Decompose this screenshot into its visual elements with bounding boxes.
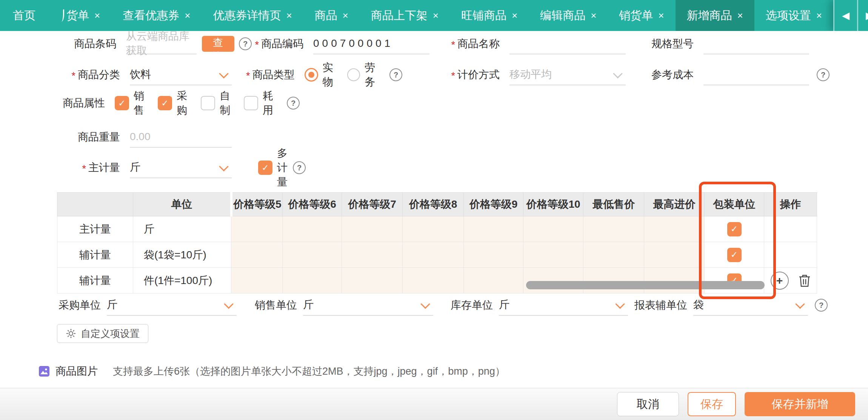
close-icon[interactable]: × xyxy=(591,10,596,22)
price-cell[interactable] xyxy=(464,242,523,268)
required-mark: * xyxy=(451,39,455,51)
checkbox-selfmade[interactable] xyxy=(201,96,215,110)
barcode-input[interactable]: 从云端商品库获取 xyxy=(126,33,197,54)
report-unit-select[interactable]: 袋 xyxy=(693,295,808,316)
tab-view-coupons[interactable]: 查看优惠券 × xyxy=(111,0,202,31)
table-row: 辅计量 件(1件=100斤) ✓ + xyxy=(57,268,817,293)
purchase-unit-label: 采购单位 xyxy=(58,298,101,312)
radio-physical-selected[interactable] xyxy=(305,68,318,82)
tab-home[interactable]: 首页 xyxy=(0,0,48,31)
tab-shop-products[interactable]: 旺铺商品 × xyxy=(450,0,529,31)
close-icon[interactable]: × xyxy=(737,10,743,22)
main-unit-select[interactable]: 斤 xyxy=(130,157,232,178)
price-cell[interactable] xyxy=(342,216,403,242)
price-cell[interactable] xyxy=(464,216,523,242)
tab-label: 选项设置 xyxy=(766,8,811,23)
sale-unit-select[interactable]: 斤 xyxy=(303,295,433,316)
type-help-icon[interactable]: ? xyxy=(389,68,402,81)
report-unit-help-icon[interactable]: ? xyxy=(815,299,828,312)
price-cell[interactable] xyxy=(403,216,464,242)
checkbox-multi-unit-checked[interactable]: ✓ xyxy=(258,161,272,175)
code-input[interactable]: 000700001 xyxy=(313,33,429,54)
price-cell[interactable] xyxy=(283,268,342,293)
tab-order-form[interactable]: 货单 × xyxy=(48,0,111,31)
query-button[interactable]: 查询 xyxy=(202,36,234,52)
multi-unit-help-icon[interactable]: ? xyxy=(293,161,306,174)
attrs-label: 商品属性 xyxy=(63,96,105,110)
checkbox-package-checked[interactable]: ✓ xyxy=(727,222,742,236)
price-cell[interactable] xyxy=(644,242,705,268)
name-input[interactable] xyxy=(509,33,626,54)
close-icon[interactable]: × xyxy=(343,10,348,22)
price-cell[interactable] xyxy=(342,242,403,268)
price-cell[interactable] xyxy=(644,216,705,242)
actions-cell xyxy=(764,216,817,242)
price-cell[interactable] xyxy=(523,216,583,242)
price-cell[interactable] xyxy=(583,242,644,268)
price-cell[interactable] xyxy=(403,268,464,293)
tab-label: 旺铺商品 xyxy=(461,8,506,23)
header-price-level-10: 价格等级10 xyxy=(523,193,583,216)
tab-label: 商品上下架 xyxy=(371,8,428,23)
price-cell[interactable] xyxy=(523,242,583,268)
cancel-button[interactable]: 取消 xyxy=(617,392,679,416)
close-icon[interactable]: × xyxy=(433,10,439,22)
tab-option-settings[interactable]: 选项设置 × xyxy=(754,0,833,31)
ref-cost-input[interactable] xyxy=(703,64,809,85)
price-cell[interactable] xyxy=(644,268,705,293)
radio-service[interactable] xyxy=(347,68,360,81)
main-unit-label: *主计量 xyxy=(63,161,120,175)
weight-input[interactable]: 0.00 xyxy=(130,127,232,148)
price-cell[interactable] xyxy=(231,268,283,293)
weight-placeholder: 0.00 xyxy=(130,131,151,143)
checkbox-package-checked[interactable]: ✓ xyxy=(727,248,742,262)
add-row-icon[interactable]: + xyxy=(771,272,789,290)
tab-add-product-active[interactable]: 新增商品 × xyxy=(676,0,754,31)
save-and-new-button[interactable]: 保存并新增 xyxy=(745,392,855,416)
table-horizontal-scrollbar[interactable] xyxy=(526,281,765,289)
tab-coupon-detail[interactable]: 优惠券详情页 × xyxy=(202,0,303,31)
category-select[interactable]: 饮料 xyxy=(130,64,232,85)
price-cell[interactable] xyxy=(283,216,342,242)
checkbox-consume[interactable] xyxy=(244,96,258,110)
checkbox-sale-checked[interactable]: ✓ xyxy=(115,96,129,110)
price-cell[interactable] xyxy=(523,268,583,293)
close-icon[interactable]: × xyxy=(185,10,190,22)
tab-edit-product[interactable]: 编辑商品 × xyxy=(529,0,608,31)
save-button[interactable]: 保存 xyxy=(688,392,736,416)
tab-sales-order[interactable]: 销货单 × xyxy=(608,0,675,31)
checkbox-purchase-checked[interactable]: ✓ xyxy=(158,96,172,110)
check-icon: ✓ xyxy=(262,164,269,172)
close-icon[interactable]: × xyxy=(94,10,100,22)
trash-icon[interactable] xyxy=(799,274,811,287)
price-cell[interactable] xyxy=(583,268,644,293)
stock-unit-select[interactable]: 斤 xyxy=(499,295,628,316)
code-value: 000700001 xyxy=(313,37,393,49)
tab-product-shelf[interactable]: 商品上下架 × xyxy=(360,0,450,31)
ref-cost-help-icon[interactable]: ? xyxy=(817,68,830,81)
close-icon[interactable]: × xyxy=(512,10,517,22)
code-label: *商品编码 xyxy=(246,37,303,51)
purchase-unit-select[interactable]: 斤 xyxy=(107,295,237,316)
close-icon[interactable]: × xyxy=(658,10,664,22)
price-cell[interactable] xyxy=(231,242,283,268)
weight-label: 商品重量 xyxy=(63,130,120,144)
close-icon[interactable]: × xyxy=(816,10,822,22)
row-unit: 斤 xyxy=(133,216,231,242)
price-cell[interactable] xyxy=(342,268,403,293)
header-price-level-7: 价格等级7 xyxy=(342,193,403,216)
custom-fields-button[interactable]: 自定义项设置 xyxy=(57,324,148,343)
tab-products[interactable]: 商品 × xyxy=(303,0,360,31)
price-cell[interactable] xyxy=(231,216,283,242)
close-icon[interactable]: × xyxy=(286,10,292,22)
tab-scroll-right-icon[interactable]: ▶ xyxy=(857,0,868,31)
price-cell[interactable] xyxy=(283,242,342,268)
attrs-help-icon[interactable]: ? xyxy=(287,97,300,110)
price-cell[interactable] xyxy=(583,216,644,242)
price-cell[interactable] xyxy=(464,268,523,293)
spec-input[interactable] xyxy=(703,33,809,54)
price-cell[interactable] xyxy=(403,242,464,268)
tab-scroll-left-icon[interactable]: ◀ xyxy=(833,0,857,31)
header-package-unit: 包装单位 xyxy=(705,193,764,216)
unit-price-table: 单位 价格等级5 价格等级6 价格等级7 价格等级8 价格等级9 价格等级10 … xyxy=(57,192,817,293)
